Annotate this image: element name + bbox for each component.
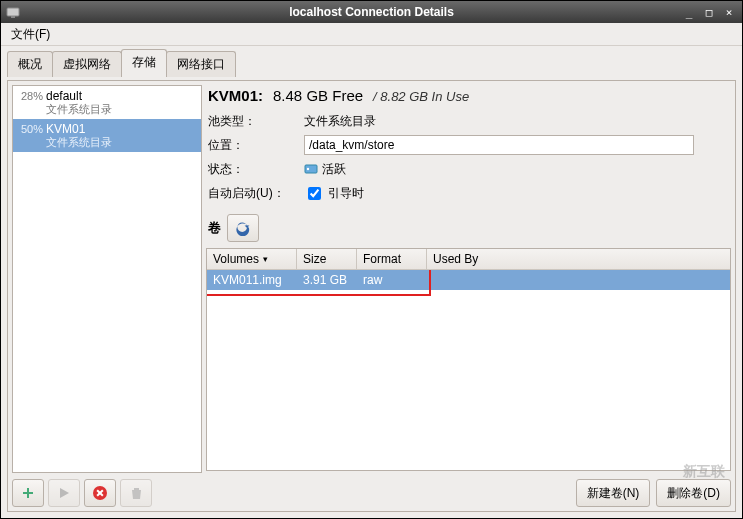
column-format[interactable]: Format bbox=[357, 249, 427, 269]
refresh-volumes-button[interactable] bbox=[227, 214, 259, 242]
pool-free-space: 8.48 GB Free bbox=[273, 87, 363, 104]
trash-icon bbox=[130, 486, 143, 500]
tab-virtual-network[interactable]: 虚拟网络 bbox=[52, 51, 122, 77]
storage-pool-list[interactable]: 28% default 文件系统目录 50% KVM01 文件系统目录 bbox=[12, 85, 202, 473]
state-value: 活跃 bbox=[322, 161, 346, 178]
storage-pool-item[interactable]: 50% KVM01 文件系统目录 bbox=[13, 119, 201, 152]
location-input[interactable] bbox=[304, 135, 694, 155]
delete-volume-button[interactable]: 删除卷(D) bbox=[656, 479, 731, 507]
start-pool-button[interactable] bbox=[48, 479, 80, 507]
volume-row[interactable]: KVM011.img 3.91 GB raw bbox=[207, 270, 730, 290]
svg-rect-5 bbox=[305, 165, 317, 173]
add-pool-button[interactable] bbox=[12, 479, 44, 507]
autostart-label: 自动启动(U)： bbox=[208, 185, 304, 202]
storage-pool-item[interactable]: 28% default 文件系统目录 bbox=[13, 86, 201, 119]
volume-name: KVM011.img bbox=[207, 273, 297, 287]
tab-storage[interactable]: 存储 bbox=[121, 49, 167, 76]
pool-usage-percent: 28% bbox=[17, 89, 43, 102]
maximize-button[interactable]: □ bbox=[700, 5, 718, 19]
window-title: localhost Connection Details bbox=[1, 5, 742, 19]
volume-size: 3.91 GB bbox=[297, 273, 357, 287]
sort-indicator-icon: ▾ bbox=[263, 254, 268, 264]
pool-usage-percent: 50% bbox=[17, 122, 43, 135]
delete-pool-button[interactable] bbox=[120, 479, 152, 507]
pool-subtitle: 文件系统目录 bbox=[46, 103, 112, 116]
svg-point-6 bbox=[307, 168, 309, 170]
pool-detail-name: KVM01: bbox=[208, 87, 263, 104]
pool-in-use: / 8.82 GB In Use bbox=[373, 89, 469, 104]
pool-name: default bbox=[46, 89, 112, 103]
autostart-checkbox[interactable] bbox=[308, 187, 321, 200]
titlebar: localhost Connection Details _ □ × bbox=[1, 1, 742, 23]
volumes-table: Volumes ▾ Size Format Used By KVM011.img… bbox=[206, 248, 731, 471]
menu-file[interactable]: 文件(F) bbox=[7, 24, 54, 45]
play-icon bbox=[58, 487, 70, 499]
pool-name: KVM01 bbox=[46, 122, 112, 136]
tabs: 概况 虚拟网络 存储 网络接口 bbox=[7, 52, 736, 76]
tab-overview[interactable]: 概况 bbox=[7, 51, 53, 77]
plus-icon bbox=[21, 486, 35, 500]
pool-type-value: 文件系统目录 bbox=[304, 113, 731, 130]
state-label: 状态： bbox=[208, 161, 304, 178]
refresh-icon bbox=[235, 220, 251, 236]
menubar: 文件(F) bbox=[1, 23, 742, 46]
minimize-button[interactable]: _ bbox=[680, 5, 698, 19]
status-active-icon bbox=[304, 162, 318, 176]
location-label: 位置： bbox=[208, 137, 304, 154]
volumes-section-label: 卷 bbox=[208, 219, 221, 237]
pool-subtitle: 文件系统目录 bbox=[46, 136, 112, 149]
new-volume-button[interactable]: 新建卷(N) bbox=[576, 479, 651, 507]
column-volumes[interactable]: Volumes ▾ bbox=[207, 249, 297, 269]
volume-format: raw bbox=[357, 273, 427, 287]
tab-network-interfaces[interactable]: 网络接口 bbox=[166, 51, 236, 77]
tab-panel-storage: 28% default 文件系统目录 50% KVM01 文件系统目录 bbox=[7, 80, 736, 512]
stop-icon bbox=[92, 485, 108, 501]
column-size[interactable]: Size bbox=[297, 249, 357, 269]
column-usedby[interactable]: Used By bbox=[427, 249, 730, 269]
close-button[interactable]: × bbox=[720, 5, 738, 19]
stop-pool-button[interactable] bbox=[84, 479, 116, 507]
autostart-value: 引导时 bbox=[328, 185, 364, 202]
pool-type-label: 池类型： bbox=[208, 113, 304, 130]
